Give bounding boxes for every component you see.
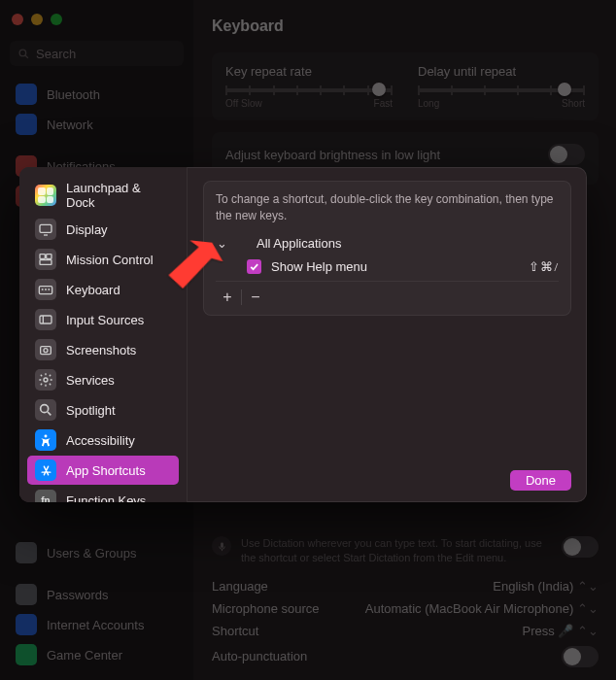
services-icon — [35, 369, 56, 391]
shortcuts-category-list: Launchpad & DockDisplayMission ControlKe… — [19, 167, 188, 502]
svg-point-20 — [45, 434, 48, 437]
display-icon — [35, 219, 56, 240]
accessibility-icon — [35, 429, 56, 451]
chevron-down-icon[interactable]: ⌄ — [216, 236, 227, 251]
launchpad-icon — [35, 185, 56, 206]
shortcut-group-row[interactable]: ⌄ All Applications — [216, 234, 559, 256]
svg-rect-4 — [40, 224, 51, 232]
svg-point-16 — [44, 349, 48, 353]
svg-rect-6 — [40, 255, 45, 259]
svg-point-17 — [44, 378, 48, 382]
shortcut-label: Show Help menu — [271, 259, 519, 274]
svg-rect-13 — [40, 316, 51, 323]
done-button[interactable]: Done — [510, 470, 571, 491]
shortcut-keys[interactable]: ⇧⌘/ — [529, 259, 559, 275]
remove-button[interactable]: − — [246, 288, 265, 307]
shortcuts-sheet: Launchpad & DockDisplayMission ControlKe… — [19, 167, 587, 502]
category-item-services[interactable]: Services — [27, 365, 179, 394]
category-item-screenshot[interactable]: Screenshots — [27, 335, 179, 364]
fn-icon: fn — [35, 490, 56, 502]
svg-rect-7 — [47, 255, 51, 259]
spotlight-icon — [35, 399, 56, 421]
category-item-display[interactable]: Display — [27, 215, 179, 244]
category-item-accessibility[interactable]: Accessibility — [27, 425, 179, 455]
category-item-launchpad[interactable]: Launchpad & Dock — [27, 177, 179, 214]
category-item-spotlight[interactable]: Spotlight — [27, 395, 179, 425]
category-item-keyboard[interactable]: Keyboard — [27, 275, 179, 304]
svg-point-12 — [49, 289, 50, 290]
svg-rect-15 — [41, 347, 51, 355]
shortcut-row[interactable]: Show Help menu ⇧⌘/ — [216, 256, 559, 282]
svg-point-18 — [41, 405, 49, 413]
shortcut-instructions: To change a shortcut, double-click the k… — [216, 191, 559, 224]
category-item-mission[interactable]: Mission Control — [27, 245, 179, 274]
category-item-appstore[interactable]: App Shortcuts — [27, 456, 179, 485]
add-button[interactable]: + — [218, 288, 237, 307]
keyboard-icon — [35, 279, 56, 300]
mission-icon — [35, 249, 56, 270]
svg-rect-8 — [40, 260, 51, 265]
svg-line-19 — [48, 412, 51, 415]
category-item-input[interactable]: Input Sources — [27, 305, 179, 334]
shortcut-checkbox[interactable] — [247, 259, 261, 274]
group-label: All Applications — [257, 236, 341, 251]
svg-point-10 — [42, 289, 43, 290]
svg-point-11 — [46, 289, 47, 290]
appstore-icon — [35, 459, 56, 481]
category-item-fn[interactable]: fnFunction Keys — [27, 486, 179, 502]
input-icon — [35, 309, 56, 330]
screenshot-icon — [35, 339, 56, 360]
